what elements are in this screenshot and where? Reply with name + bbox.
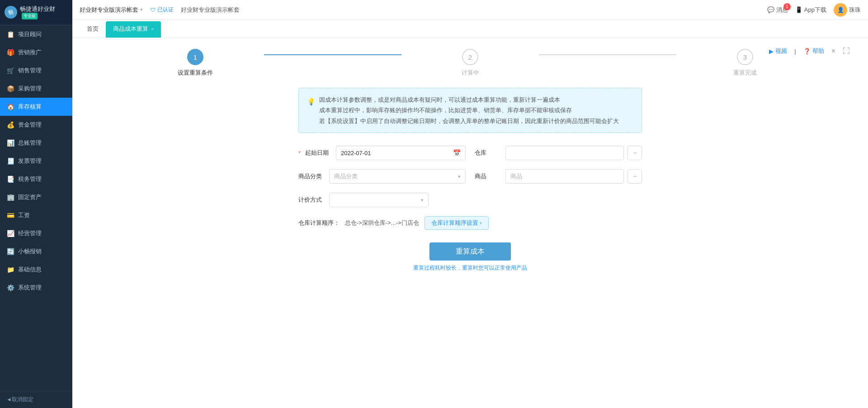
category-group: 商品分类 商品分类 ▾ <box>298 169 466 184</box>
sidebar-item-label: 采购管理 <box>18 85 42 93</box>
sidebar-item-label: 发票管理 <box>18 157 42 165</box>
unpin-label: ◄取消固定 <box>6 396 33 403</box>
step-line-2 <box>539 54 676 55</box>
steps-indicator: 1 设置重算条件 2 计算中 3 重算完成 <box>90 49 850 77</box>
sidebar-item-sales[interactable]: 🛒 销售管理 <box>0 62 72 80</box>
tab-recalc[interactable]: 商品成本重算 × <box>106 21 161 38</box>
form-row-2: 商品分类 商品分类 ▾ 商品 商品 ··· <box>298 169 642 184</box>
topbar: 好业财专业版演示帐套 ▾ 🛡 已认证 好业财专业版演示帐套 💬 消息 1 📱 A… <box>72 0 868 20</box>
step-line-1 <box>264 54 401 55</box>
form-row-1: * 起始日期 2022-07-01 📅 仓库 ··· <box>298 146 642 160</box>
unpin-button[interactable]: ◄取消固定 <box>0 391 72 408</box>
info-line-1: 因成本计算参数调整，或是对商品成本有疑问时，可以通过成本重算功能，重新计算一遍成… <box>319 95 619 105</box>
info-icon: 💡 <box>307 95 316 126</box>
sidebar: 畅 畅捷通好业财 专业版 📋 项目顾问 🎁 营销推广 🛒 销售管理 📦 采购管理… <box>0 0 72 408</box>
sidebar-item-finance[interactable]: 💰 资金管理 <box>0 116 72 134</box>
warehouse-more-button[interactable]: ··· <box>627 146 642 160</box>
sidebar-item-label: 经营管理 <box>18 229 42 237</box>
goods-select[interactable]: 商品 <box>505 169 624 184</box>
goods-placeholder: 商品 <box>510 172 522 180</box>
required-star: * <box>298 150 301 157</box>
info-line-2: 成本重算过程中，影响库存账的操作均不能操作，比如进货单、销货单、库存单据不能审核… <box>319 105 619 115</box>
invoice-icon: 🧾 <box>6 157 14 165</box>
assets-icon: 🏢 <box>6 193 14 201</box>
sidebar-item-label: 税务管理 <box>18 175 42 183</box>
goods-group: 商品 商品 ··· <box>475 169 642 184</box>
start-date-group: * 起始日期 2022-07-01 📅 <box>298 146 466 160</box>
mobile-icon: 📱 <box>795 6 802 13</box>
message-badge: 1 <box>783 3 791 10</box>
account-selector[interactable]: 好业财专业版演示帐套 ▾ <box>80 6 143 14</box>
sidebar-item-ops[interactable]: 📈 经营管理 <box>0 224 72 242</box>
project-icon: 📋 <box>6 30 14 38</box>
sidebar-item-assets[interactable]: 🏢 固定资产 <box>0 188 72 206</box>
info-box: 💡 因成本计算参数调整，或是对商品成本有疑问时，可以通过成本重算功能，重新计算一… <box>298 88 642 133</box>
step-2: 2 计算中 <box>401 49 539 77</box>
warehouse-order-settings-button[interactable]: 仓库计算顺序设置 › <box>425 216 489 230</box>
inventory-icon: 🏠 <box>6 103 14 111</box>
category-select[interactable]: 商品分类 ▾ <box>329 169 466 184</box>
logo-icon: 畅 <box>5 6 17 19</box>
sidebar-item-label: 销售管理 <box>18 66 42 75</box>
sidebar-item-purchase[interactable]: 📦 采购管理 <box>0 80 72 98</box>
message-icon: 💬 <box>767 6 774 13</box>
shield-icon: 🛡 <box>150 7 156 13</box>
sidebar-item-marketing[interactable]: 🎁 营销推广 <box>0 43 72 62</box>
step-1: 1 设置重算条件 <box>127 49 264 77</box>
sidebar-item-inventory[interactable]: 🏠 库存核算 <box>0 98 72 116</box>
tax-icon: 📑 <box>6 175 14 183</box>
topbar-left: 好业财专业版演示帐套 ▾ 🛡 已认证 好业财专业版演示帐套 <box>80 5 240 14</box>
user-menu[interactable]: 👤 珠珠 <box>834 3 861 17</box>
category-placeholder: 商品分类 <box>334 172 358 180</box>
app-download-button[interactable]: 📱 App下载 <box>795 6 826 14</box>
warehouse-group: 仓库 ··· <box>475 146 642 160</box>
start-date-label: 起始日期 <box>305 149 332 157</box>
price-method-select[interactable]: ▾ <box>329 193 429 207</box>
warehouse-select[interactable] <box>505 146 624 160</box>
sidebar-item-label: 系统管理 <box>18 284 42 292</box>
recalc-hint: 重算过程耗时较长，重算时您可以正常使用产品 <box>298 264 642 272</box>
tab-close-icon[interactable]: × <box>151 26 154 32</box>
sidebar-item-label: 库存核算 <box>18 103 42 111</box>
ops-icon: 📈 <box>6 229 14 237</box>
goods-more-button[interactable]: ··· <box>627 169 642 184</box>
sidebar-item-system[interactable]: ⚙️ 系统管理 <box>0 279 72 297</box>
avatar: 👤 <box>834 3 847 17</box>
start-date-input[interactable]: 2022-07-01 📅 <box>336 146 466 160</box>
salary-icon: 💳 <box>6 211 14 219</box>
recalc-button[interactable]: 重算成本 <box>429 242 511 261</box>
form-section: * 起始日期 2022-07-01 📅 仓库 ··· <box>298 146 642 272</box>
logo-title: 畅捷通好业财 <box>20 5 55 13</box>
sidebar-item-label: 营销推广 <box>18 48 42 57</box>
expense-icon: 🔄 <box>6 247 14 256</box>
user-name: 珠珠 <box>849 6 861 14</box>
sidebar-item-label: 小畅报销 <box>18 247 42 256</box>
sidebar-item-expense[interactable]: 🔄 小畅报销 <box>0 242 72 261</box>
sidebar-item-accounting[interactable]: 📊 总账管理 <box>0 134 72 152</box>
sidebar-item-label: 总账管理 <box>18 139 42 147</box>
category-label: 商品分类 <box>298 172 326 180</box>
chevron-down-icon: ▾ <box>421 197 424 203</box>
step-3-circle: 3 <box>737 49 753 65</box>
sidebar-item-invoice[interactable]: 🧾 发票管理 <box>0 152 72 170</box>
step-1-label: 设置重算条件 <box>178 69 213 77</box>
price-method-label: 计价方式 <box>298 196 326 204</box>
purchase-icon: 📦 <box>6 85 14 93</box>
start-date-value: 2022-07-01 <box>341 150 451 157</box>
warehouse-order-row: 仓库计算顺序： 总仓->深圳仓库->...->门店仓 仓库计算顺序设置 › <box>298 216 642 230</box>
sidebar-item-base[interactable]: 📁 基础信息 <box>0 261 72 279</box>
calendar-icon[interactable]: 📅 <box>453 149 461 157</box>
sales-icon: 🛒 <box>6 66 14 75</box>
sidebar-item-salary[interactable]: 💳 工资 <box>0 206 72 224</box>
base-icon: 📁 <box>6 266 14 274</box>
message-button[interactable]: 💬 消息 1 <box>767 6 788 14</box>
accounting-icon: 📊 <box>6 139 14 147</box>
sidebar-item-label: 固定资产 <box>18 193 42 201</box>
main-content: 好业财专业版演示帐套 ▾ 🛡 已认证 好业财专业版演示帐套 💬 消息 1 📱 A… <box>72 0 868 408</box>
tab-home[interactable]: 首页 <box>80 21 106 38</box>
topbar-account-name: 好业财专业版演示帐套 <box>181 6 240 14</box>
sidebar-item-tax[interactable]: 📑 税务管理 <box>0 170 72 188</box>
tabs-bar: 首页 商品成本重算 × <box>72 20 868 38</box>
info-line-3: 若【系统设置】中启用了自动调整记账日期时，会调整入库单的整单记账日期，因此重新计… <box>319 116 619 126</box>
sidebar-item-project[interactable]: 📋 项目顾问 <box>0 25 72 43</box>
